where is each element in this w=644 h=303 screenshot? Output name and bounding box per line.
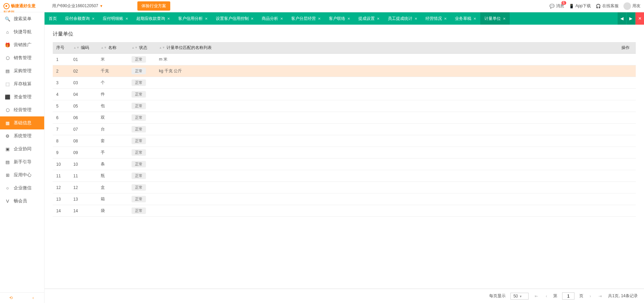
close-icon[interactable]: ✕ <box>251 17 253 21</box>
tab[interactable]: 业务草稿✕ <box>451 12 480 25</box>
tab[interactable]: 应付余额查询✕ <box>61 12 99 25</box>
pager-prev[interactable]: ‹ <box>544 294 548 299</box>
cell-action[interactable] <box>615 89 636 100</box>
table-row[interactable]: 11 11 瓶 正常 <box>53 170 636 182</box>
sidebar-item-gear[interactable]: ⚙系统管理 <box>0 129 44 142</box>
close-icon[interactable]: ✕ <box>444 17 447 21</box>
sidebar-footer-right[interactable]: ‹ <box>22 293 45 303</box>
page-input[interactable] <box>562 292 574 300</box>
close-icon[interactable]: ✕ <box>347 17 350 21</box>
close-icon[interactable]: ✕ <box>92 17 95 21</box>
table-row[interactable]: 7 07 台 正常 <box>53 124 636 135</box>
cell-action[interactable] <box>615 65 636 77</box>
tab[interactable]: 客户分层经营✕ <box>287 12 325 25</box>
pager-last[interactable]: ⇥ <box>597 294 603 299</box>
per-page-select[interactable]: 50 ▼ <box>510 293 529 300</box>
col-seq[interactable]: 序号 <box>53 42 70 54</box>
tab[interactable]: 超期应收款查询✕ <box>132 12 174 25</box>
tab[interactable]: 计量单位✕ <box>480 12 510 25</box>
table-row[interactable]: 6 06 双 正常 <box>53 112 636 124</box>
cell-name: 套 <box>97 135 128 147</box>
sidebar-item-home[interactable]: ⌂快捷导航 <box>0 25 44 38</box>
close-icon[interactable]: ✕ <box>473 17 476 21</box>
cell-action[interactable] <box>615 100 636 112</box>
support-link[interactable]: 🎧 在线客服 <box>596 3 619 9</box>
close-icon[interactable]: ✕ <box>280 17 283 21</box>
cell-action[interactable] <box>615 147 636 159</box>
sidebar-item-cart[interactable]: ⬡销售管理 <box>0 51 44 64</box>
tab[interactable]: 商品分析✕ <box>258 12 287 25</box>
table-row[interactable]: 3 03 个 正常 <box>53 77 636 89</box>
table-row[interactable]: 9 09 手 正常 <box>53 147 636 159</box>
close-icon[interactable]: ✕ <box>377 17 380 21</box>
cell-status: 正常 <box>128 54 156 65</box>
company-select[interactable]: 用户690企业1660120507 ▼ <box>52 3 103 9</box>
cell-action[interactable] <box>615 205 636 217</box>
table-row[interactable]: 8 08 套 正常 <box>53 135 636 147</box>
sidebar-item-search[interactable]: 🔍搜索菜单 <box>0 12 44 25</box>
message-link[interactable]: 💬 消息 6 <box>549 3 564 9</box>
tab-scroll-left[interactable]: ◀ <box>617 12 626 25</box>
cell-action[interactable] <box>615 193 636 205</box>
tab[interactable]: 首页 <box>45 12 61 25</box>
tab-label: 计量单位 <box>484 16 501 22</box>
close-icon[interactable]: ✕ <box>125 17 128 21</box>
tab-label: 员工提成统计 <box>388 16 412 22</box>
logo[interactable]: 畅捷通好生意 <box>3 3 36 9</box>
col-code[interactable]: ▲▼编码 <box>70 42 97 54</box>
pager-first[interactable]: ⇤ <box>533 294 540 299</box>
table-row[interactable]: 12 12 盒 正常 <box>53 182 636 193</box>
sidebar-footer-left[interactable]: ⟲ <box>0 293 22 303</box>
download-link[interactable]: 📱 App下载 <box>569 3 591 9</box>
cell-action[interactable] <box>615 54 636 65</box>
col-status[interactable]: ▲▼状态 <box>128 42 156 54</box>
cell-action[interactable] <box>615 77 636 89</box>
tab[interactable]: 客户信用分析✕ <box>174 12 212 25</box>
cell-action[interactable] <box>615 182 636 193</box>
cell-action[interactable] <box>615 124 636 135</box>
sidebar-item-label: 基础信息 <box>14 120 32 126</box>
wechat-icon: ○ <box>5 185 10 191</box>
cell-action[interactable] <box>615 159 636 170</box>
sidebar-item-info[interactable]: ▦基础信息 <box>0 116 44 129</box>
tab[interactable]: 提成设置✕ <box>354 12 384 25</box>
tab[interactable]: 经营情况✕ <box>421 12 451 25</box>
sidebar-item-box[interactable]: ⬚库存核算 <box>0 77 44 90</box>
table-row[interactable]: 2 02 千克 正常 kg 千克 公斤 <box>53 65 636 77</box>
table-row[interactable]: 13 13 箱 正常 <box>53 193 636 205</box>
cell-action[interactable] <box>615 170 636 182</box>
table-row[interactable]: 4 04 件 正常 <box>53 89 636 100</box>
cell-action[interactable] <box>615 112 636 124</box>
close-icon[interactable]: ✕ <box>205 17 208 21</box>
tab-close-all[interactable]: ✕ <box>635 12 644 25</box>
user-menu[interactable]: 用友 <box>623 2 641 10</box>
table-row[interactable]: 1 01 米 正常 m 米 <box>53 54 636 65</box>
close-icon[interactable]: ✕ <box>414 17 417 21</box>
sidebar-item-vip[interactable]: V畅会员 <box>0 194 44 207</box>
sidebar-item-guide[interactable]: ▤新手引导 <box>0 155 44 168</box>
solution-button[interactable]: 体验行业方案 <box>137 1 170 11</box>
tab[interactable]: 设置客户信用控制✕ <box>212 12 258 25</box>
tab[interactable]: 应付明细账✕ <box>99 12 132 25</box>
sidebar-item-gift[interactable]: 🎁营销推广 <box>0 38 44 51</box>
cell-action[interactable] <box>615 135 636 147</box>
sidebar-item-team[interactable]: ▣企业协同 <box>0 142 44 155</box>
table-row[interactable]: 5 05 包 正常 <box>53 100 636 112</box>
sidebar-item-apps[interactable]: ⊞应用中心 <box>0 168 44 181</box>
close-icon[interactable]: ✕ <box>167 17 170 21</box>
sidebar-item-wallet[interactable]: ⬛资金管理 <box>0 90 44 103</box>
tab[interactable]: 员工提成统计✕ <box>384 12 421 25</box>
col-name[interactable]: ▲▼名称 <box>97 42 128 54</box>
close-icon[interactable]: ✕ <box>318 17 321 21</box>
table-row[interactable]: 10 10 条 正常 <box>53 159 636 170</box>
sidebar-item-wechat[interactable]: ○企业微信 <box>0 181 44 194</box>
status-badge: 正常 <box>132 79 146 86</box>
tab-scroll-right[interactable]: ▶ <box>626 12 635 25</box>
col-match[interactable]: ▲▼计量单位匹配的名称列表 <box>156 42 615 54</box>
tab[interactable]: 客户联络✕ <box>325 12 354 25</box>
pager-next[interactable]: › <box>588 294 592 299</box>
table-row[interactable]: 14 14 袋 正常 <box>53 205 636 217</box>
sidebar-item-doc[interactable]: ▤采购管理 <box>0 64 44 77</box>
sidebar-item-chart[interactable]: ⬡经营管理 <box>0 103 44 116</box>
close-icon[interactable]: ✕ <box>503 17 506 21</box>
